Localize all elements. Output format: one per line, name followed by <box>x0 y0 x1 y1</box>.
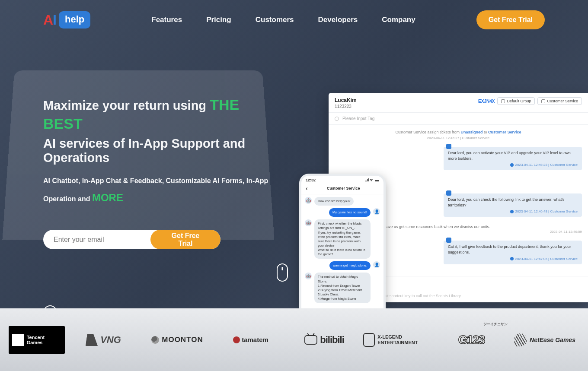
translate-icon <box>446 238 451 243</box>
bot-avatar: 🤖 <box>305 219 312 226</box>
logo-moonton: MOONTON <box>143 327 212 353</box>
logo-help-text: help <box>59 11 90 29</box>
site-header: AI help Features Pricing Customers Devel… <box>0 0 588 40</box>
cs-message-meta: 2023-04-11 12:46:28 | Customer Service <box>448 163 578 167</box>
cs-message: Got it, I will give feedback to the prod… <box>444 241 582 264</box>
customer-logo-strip: Tencent Games VNG MOONTON tamatem bilibi… <box>0 308 588 371</box>
cs-message-text: Dear lord, you can activate your VIP and… <box>448 150 578 161</box>
phone-title: Customer Service <box>308 186 379 190</box>
phone-chat: 🤖How can we help you? My game has no sou… <box>301 194 383 308</box>
tencent-star-icon <box>12 334 24 346</box>
bot-avatar: 🤖 <box>305 197 312 204</box>
user-inline-message: ave us get some resources back when we d… <box>387 225 582 229</box>
nav-developers[interactable]: Developers <box>318 16 358 24</box>
bot-avatar: 🤖 <box>305 273 312 279</box>
ticket-header: LucaKim 1123223 EXJN4X Default Group Cus… <box>329 93 588 113</box>
learn-more-link[interactable]: Learn More <box>66 308 103 308</box>
ticket-tag-row[interactable]: Please Input Tag <box>329 113 588 125</box>
xlegend-mark-icon <box>363 333 375 347</box>
email-get-free-trial-button[interactable]: Get Free Trial <box>150 230 220 249</box>
logo-netease: NetEase Games <box>510 327 579 353</box>
ticket-role-pill[interactable]: Customer Service <box>537 97 582 105</box>
hero-section: Maximize your return using THE BEST AI s… <box>0 0 588 308</box>
cs-message-meta: 2023-04-11 12:47:06 | Customer Service <box>448 257 578 261</box>
translate-icon <box>446 144 451 149</box>
hero-headline: Maximize your return using THE BEST <box>43 95 277 133</box>
ticket-header-actions: EXJN4X Default Group Customer Service <box>478 97 582 105</box>
email-capture-form: Get Free Trial <box>43 230 220 249</box>
logo-xlegend: X-LEGEND ENTERTAINMENT <box>363 327 432 353</box>
ticket-code-link[interactable]: EXJN4X <box>478 99 495 104</box>
logo-tamatem: tamatem <box>216 327 285 353</box>
cs-message: Dear lord, you can check the following l… <box>444 193 582 217</box>
ticket-customer-name: LucaKim <box>335 97 357 103</box>
bot-message: First, check whether the Music Srttings … <box>314 219 371 259</box>
nav-pricing[interactable]: Pricing <box>206 16 231 24</box>
user-avatar: 👤 <box>373 208 380 215</box>
logo-g123: ジーイチニサンG123 <box>437 327 506 353</box>
user-message: My game has no sound! <box>329 208 371 217</box>
hero-subheadline: AI services of In-App Support and Operat… <box>43 136 277 165</box>
user-message: wanna get magic stone. <box>329 261 371 270</box>
nav-company[interactable]: Company <box>382 16 415 24</box>
email-input[interactable] <box>43 230 150 249</box>
phone-mockup: 12:32 ..ıl ᯤ ▬ ‹ Customer Service 🤖How c… <box>299 174 386 308</box>
user-avatar: 👤 <box>373 261 380 268</box>
bot-message: The method to obtain Magic Stone: 1.Rewa… <box>314 273 371 303</box>
clock-icon <box>335 117 339 121</box>
phone-status-bar: 12:32 ..ıl ᯤ ▬ <box>301 176 383 184</box>
ticket-customer-id: 1123223 <box>335 104 357 109</box>
logo-ai-text: AI <box>43 12 56 28</box>
phone-time: 12:32 <box>306 178 316 182</box>
translate-icon <box>446 190 451 196</box>
header-get-free-trial-button[interactable]: Get Free Trial <box>476 10 545 29</box>
play-video-icon[interactable] <box>43 305 57 308</box>
scroll-indicator-icon <box>277 263 288 282</box>
nav-customers[interactable]: Customers <box>256 16 294 24</box>
logo-tencent: Tencent Games <box>9 326 65 354</box>
primary-nav: Features Pricing Customers Developers Co… <box>90 16 476 24</box>
ticket-assign-timestamp: 2023-04-11 12:46:27 | Customer Service <box>335 136 582 140</box>
hero-content: Maximize your return using THE BEST AI s… <box>0 0 277 308</box>
ticket-tag-placeholder: Please Input Tag <box>342 116 374 121</box>
phone-signal-icons: ..ıl ᯤ ▬ <box>365 178 379 182</box>
phone-title-bar: ‹ Customer Service <box>301 184 383 194</box>
hero-headline-prefix: Maximize your return using <box>43 98 210 112</box>
lock-icon <box>501 99 505 103</box>
cs-message-meta: 2023-04-11 12:46:48 | Customer Service <box>448 209 578 213</box>
ticket-assign-line: Customer Service assign tickets from Una… <box>335 130 582 134</box>
cs-message: Dear lord, you can activate your VIP and… <box>444 147 582 170</box>
ticket-customer-info: LucaKim 1123223 <box>335 97 357 109</box>
logo-vng: VNG <box>69 327 138 353</box>
hero-desc-highlight: MORE <box>92 192 123 203</box>
bilibili-tv-icon <box>304 335 317 345</box>
user-icon <box>541 99 545 103</box>
cs-message-text: Got it, I will give feedback to the prod… <box>448 244 578 255</box>
brand-logo[interactable]: AI help <box>43 11 90 29</box>
bot-message: How can we help you? <box>314 197 354 206</box>
logo-bilibili: bilibili <box>290 327 359 353</box>
hero-description: AI Chatbot, In-App Chat & Feedback, Cust… <box>43 174 277 207</box>
cs-message-text: Dear lord, you can check the following l… <box>448 197 578 208</box>
hero-desc-prefix: AI Chatbot, In-App Chat & Feedback, Cust… <box>43 177 268 202</box>
nav-features[interactable]: Features <box>151 16 182 24</box>
learn-more-row: Learn More <box>43 305 277 308</box>
ticket-group-pill[interactable]: Default Group <box>497 97 535 105</box>
